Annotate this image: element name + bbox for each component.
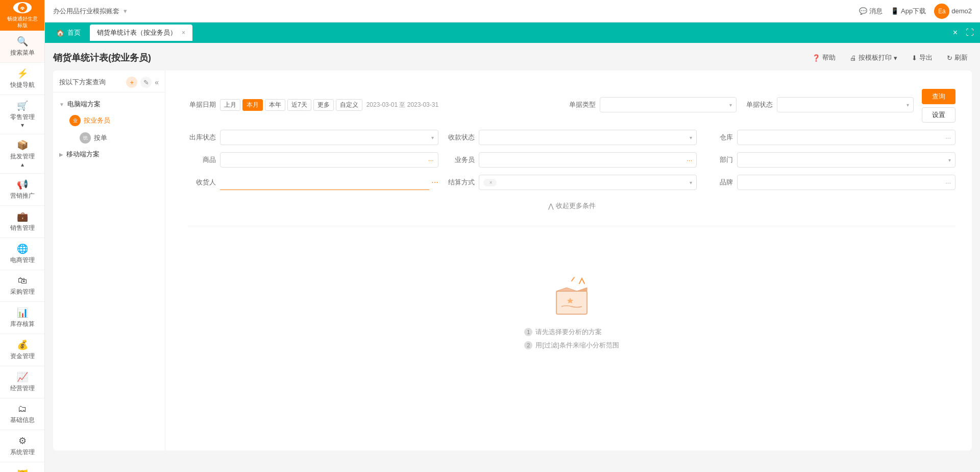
dept-select[interactable]: ▾ bbox=[737, 152, 955, 168]
content-layout: 按以下方案查询 + ✎ « bbox=[53, 70, 972, 451]
user-profile[interactable]: Ea demo2 bbox=[934, 4, 972, 19]
tab-bar: 🏠 首页 销货单统计表（按业务员） × × ⛶ bbox=[45, 22, 980, 43]
refresh-button[interactable]: ↻ 刷新 bbox=[943, 51, 972, 64]
sidebar-item-basic[interactable]: 🗂 基础信息 bbox=[0, 398, 44, 430]
logo-icon bbox=[13, 2, 32, 13]
sidebar-item-marketing-label: 营销推广 bbox=[10, 192, 35, 200]
date-btn-lastmonth[interactable]: 上月 bbox=[220, 99, 240, 111]
cooperation-icon: 🤝 bbox=[17, 467, 28, 472]
salesperson-select[interactable]: ··· bbox=[479, 152, 697, 168]
sidebar-item-cooperation[interactable]: 🤝 企业协同 bbox=[0, 462, 44, 472]
goods-select[interactable]: ··· bbox=[220, 152, 438, 168]
outstatus-label: 出库状态 bbox=[188, 133, 216, 142]
consignee-input[interactable] bbox=[220, 175, 429, 190]
sidebar-item-operations-label: 经营管理 bbox=[10, 384, 35, 393]
tree-item-mobile[interactable]: ▶ 移动端方案 bbox=[53, 147, 165, 162]
avatar: Ea bbox=[934, 4, 949, 19]
date-btn-custom[interactable]: 自定义 bbox=[336, 99, 362, 111]
left-panel-icons: + ✎ « bbox=[126, 77, 159, 88]
print-icon: 🖨 bbox=[850, 54, 856, 62]
sidebar-item-retail[interactable]: 🛒 零售管理 ▾ bbox=[0, 95, 44, 134]
date-btn-more[interactable]: 更多 bbox=[313, 99, 334, 111]
filter-field-settlement: 结算方式 × ▾ bbox=[447, 175, 697, 190]
left-panel-header: 按以下方案查询 + ✎ « bbox=[53, 77, 165, 92]
sidebar-item-wholesale[interactable]: 📦 批发管理 ▴ bbox=[0, 134, 44, 174]
salesperson-label: 业务员 bbox=[447, 155, 475, 164]
goods-label: 商品 bbox=[188, 155, 216, 164]
sidebar-item-shortcuts[interactable]: ⚡ 快捷导航 bbox=[0, 63, 44, 95]
consignee-dots[interactable]: ··· bbox=[431, 178, 438, 187]
sidebar-item-purchase[interactable]: 🛍 采购管理 bbox=[0, 270, 44, 302]
doctype-label: 单据类型 bbox=[568, 100, 596, 109]
header-title-chevron: ▾ bbox=[124, 7, 127, 15]
help-button[interactable]: ❓ 帮助 bbox=[808, 51, 840, 64]
docstatus-chevron: ▾ bbox=[906, 102, 909, 108]
settlement-chevron: ▾ bbox=[690, 180, 692, 185]
date-btn-thisyear[interactable]: 本年 bbox=[265, 99, 285, 111]
tree-item-pc[interactable]: ▼ 电脑端方案 bbox=[53, 97, 165, 112]
sidebar-item-sales[interactable]: 💼 销售管理 bbox=[0, 206, 44, 238]
purchase-icon: 🛍 bbox=[18, 275, 27, 286]
query-button[interactable]: 查询 bbox=[922, 89, 955, 104]
print-button[interactable]: 🖨 按模板打印 ▾ bbox=[846, 51, 901, 64]
sidebar-item-search[interactable]: 🔍 搜索菜单 bbox=[0, 31, 44, 63]
export-button[interactable]: ⬇ 导出 bbox=[908, 51, 937, 64]
page-actions: ❓ 帮助 🖨 按模板打印 ▾ ⬇ 导出 ↻ 刷新 bbox=[808, 51, 972, 64]
tab-maximize-button[interactable]: ⛶ bbox=[964, 27, 976, 38]
divider bbox=[188, 226, 955, 226]
add-scheme-button[interactable]: + bbox=[126, 77, 137, 88]
collapse-more-button[interactable]: ⋀ 收起更多条件 bbox=[188, 197, 955, 215]
refresh-icon: ↻ bbox=[947, 54, 952, 62]
ecommerce-icon: 🌐 bbox=[17, 243, 28, 254]
sidebar-item-system[interactable]: ⚙ 系统管理 bbox=[0, 430, 44, 462]
warehouse-select[interactable]: ··· bbox=[737, 130, 955, 145]
sidebar-item-wholesale-label: 批发管理 bbox=[10, 152, 35, 161]
settlement-tag: × bbox=[483, 179, 497, 186]
empty-tip-2: 2 用[过滤]条件来缩小分析范围 bbox=[524, 341, 619, 350]
empty-tips: 1 请先选择要分析的方案 2 用[过滤]条件来缩小分析范围 bbox=[524, 327, 619, 350]
brand-select[interactable]: ··· bbox=[737, 175, 955, 190]
tree-item-by-salesperson[interactable]: 业 按业务员 bbox=[53, 112, 165, 129]
empty-tip-1: 1 请先选择要分析的方案 bbox=[524, 327, 619, 337]
receiptstatus-select[interactable]: ▾ bbox=[479, 130, 697, 145]
doctype-select[interactable]: ▾ bbox=[600, 97, 737, 112]
consignee-input-wrap: ··· bbox=[220, 175, 438, 190]
home-icon: 🏠 bbox=[56, 29, 64, 37]
sidebar-item-operations[interactable]: 📈 经营管理 bbox=[0, 366, 44, 398]
empty-state-illustration bbox=[541, 268, 602, 319]
tab-close-all-button[interactable]: × bbox=[951, 27, 960, 38]
tab-close-button[interactable]: × bbox=[182, 29, 185, 36]
docstatus-select[interactable]: ▾ bbox=[777, 97, 914, 112]
warehouse-dots: ··· bbox=[945, 134, 951, 141]
filter-field-docstatus: 单据状态 ▾ bbox=[745, 97, 914, 112]
settlement-select[interactable]: × ▾ bbox=[479, 175, 697, 190]
tab-sales-stat[interactable]: 销货单统计表（按业务员） × bbox=[90, 25, 192, 41]
date-btn-thismonth[interactable]: 本月 bbox=[242, 99, 263, 111]
app-download-button[interactable]: 📱 App下载 bbox=[891, 7, 926, 16]
sidebar-item-ecommerce[interactable]: 🌐 电商管理 bbox=[0, 238, 44, 270]
filter-field-dept: 部门 ▾ bbox=[705, 152, 955, 168]
collapse-panel-button[interactable]: « bbox=[155, 78, 159, 86]
tree-pc-label: 电脑端方案 bbox=[67, 100, 101, 109]
date-btn-7days[interactable]: 近7天 bbox=[287, 99, 311, 111]
outstatus-select[interactable]: ▾ bbox=[220, 130, 438, 145]
dept-label: 部门 bbox=[705, 155, 733, 164]
sidebar-item-sales-label: 销售管理 bbox=[10, 224, 35, 232]
tree-section: ▼ 电脑端方案 业 按业务员 统 按单 bbox=[53, 92, 165, 166]
edit-scheme-button[interactable]: ✎ bbox=[140, 77, 152, 88]
sidebar-item-inventory[interactable]: 📊 库存核算 bbox=[0, 302, 44, 334]
sidebar-item-finance[interactable]: 💰 资金管理 bbox=[0, 334, 44, 366]
messages-button[interactable]: 💬 消息 bbox=[859, 7, 883, 16]
marketing-icon: 📢 bbox=[17, 179, 28, 190]
settings-button[interactable]: 设置 bbox=[922, 107, 955, 123]
settlement-tag-close[interactable]: × bbox=[489, 180, 493, 185]
sidebar-item-basic-label: 基础信息 bbox=[10, 416, 35, 424]
retail-chevron: ▾ bbox=[21, 122, 24, 129]
app-download-label: App下载 bbox=[901, 7, 926, 16]
tab-home[interactable]: 🏠 首页 bbox=[49, 25, 88, 41]
print-label: 按模板打印 bbox=[859, 53, 892, 62]
sidebar-item-marketing[interactable]: 📢 营销推广 bbox=[0, 174, 44, 206]
help-icon: ❓ bbox=[812, 54, 820, 62]
tree-item-by-doc[interactable]: 统 按单 bbox=[53, 129, 165, 147]
warehouse-label: 仓库 bbox=[705, 133, 733, 142]
